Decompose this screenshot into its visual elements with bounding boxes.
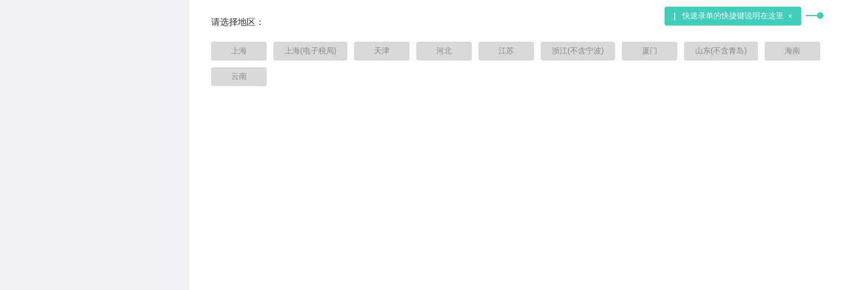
region-button-xiamen[interactable]: 厦门 xyxy=(622,42,677,61)
region-button-shanghai[interactable]: 上海 xyxy=(211,42,267,61)
region-button-shandong[interactable]: 山东(不含青岛) xyxy=(684,42,758,61)
region-button-zhejiang[interactable]: 浙江(不含宁波) xyxy=(541,42,615,61)
region-button-shanghai-etax[interactable]: 上海(电子税局) xyxy=(273,42,347,61)
tooltip-dot xyxy=(817,12,824,19)
main-content: 请选择地区： 上海上海(电子税局)天津河北江苏浙江(不含宁波)厦门山东(不含青岛… xyxy=(189,0,868,290)
tooltip-banner: 快速录单的快捷键说明在这里 × xyxy=(665,7,801,26)
region-button-jiangsu[interactable]: 江苏 xyxy=(478,42,534,61)
tooltip-close-button[interactable]: × xyxy=(788,12,792,21)
region-buttons: 上海上海(电子税局)天津河北江苏浙江(不含宁波)厦门山东(不含青岛)海南云南 xyxy=(211,42,846,86)
left-sidebar xyxy=(0,0,189,290)
region-button-hainan[interactable]: 海南 xyxy=(765,42,820,61)
region-button-yunnan[interactable]: 云南 xyxy=(211,67,267,86)
tooltip-text: 快速录单的快捷键说明在这里 xyxy=(682,11,784,21)
region-button-tianjin[interactable]: 天津 xyxy=(354,42,410,61)
region-button-hebei[interactable]: 河北 xyxy=(416,42,472,61)
